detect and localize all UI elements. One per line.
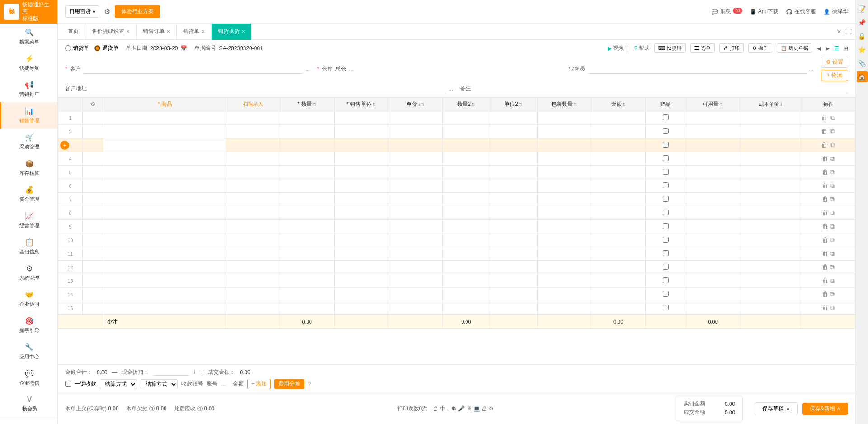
- close-tab-btn[interactable]: ✕: [836, 28, 842, 35]
- copy-row-btn[interactable]: ⧉: [829, 290, 835, 299]
- message-btn[interactable]: 💬 消息 70: [712, 8, 742, 15]
- right-panel-icon-6[interactable]: 🏠: [857, 71, 868, 82]
- video-help-btn[interactable]: ▶ 视频: [608, 44, 624, 52]
- copy-row-btn[interactable]: ⧉: [829, 208, 835, 218]
- sidebar-item-basic-info[interactable]: 📋 基础信息: [0, 233, 57, 260]
- print-btn[interactable]: 🖨 打印: [719, 43, 744, 53]
- copy-row-1-btn[interactable]: ⧉: [830, 113, 836, 123]
- industry-select[interactable]: 日用百货 ▾: [65, 5, 99, 18]
- tab-close-price[interactable]: ✕: [126, 29, 130, 34]
- product-input-3[interactable]: [106, 142, 224, 148]
- fee-split-btn[interactable]: 费用分摊: [274, 379, 304, 389]
- copy-row-btn[interactable]: ⧉: [829, 303, 835, 313]
- product-input-1[interactable]: [106, 115, 224, 121]
- save-draft-btn[interactable]: 保存草稿 ∧: [755, 402, 797, 415]
- save-new-btn[interactable]: 保存&新增 ∧: [802, 403, 848, 415]
- sidebar-item-system[interactable]: ⚙ 系统管理: [0, 260, 57, 286]
- delete-row-btn[interactable]: 🗑: [821, 181, 829, 190]
- radio-return-bill[interactable]: 退货单: [94, 44, 118, 52]
- tab-sales-order[interactable]: 销售订单 ✕: [137, 24, 177, 40]
- address-select-btn[interactable]: ...: [448, 86, 453, 92]
- delete-row-btn[interactable]: 🗑: [821, 290, 829, 299]
- delete-row-2-btn[interactable]: 🗑: [820, 127, 828, 136]
- col-header-scan[interactable]: 扫码录入: [226, 98, 280, 111]
- copy-row-btn[interactable]: ⧉: [829, 154, 835, 163]
- customer-input[interactable]: [84, 64, 303, 74]
- sidebar-item-sales[interactable]: 📊 销售管理: [0, 102, 57, 129]
- settings-bottom-btn[interactable]: ⚙: [25, 422, 33, 424]
- add-row-btn[interactable]: +: [60, 141, 69, 150]
- copy-row-3-btn[interactable]: ⧉: [830, 140, 836, 150]
- sidebar-item-quicknav[interactable]: ⚡ 快捷导航: [0, 50, 57, 76]
- warehouse-select-btn[interactable]: ...: [349, 66, 354, 72]
- copy-row-btn[interactable]: ⧉: [829, 181, 835, 191]
- calendar-icon[interactable]: 📅: [180, 45, 187, 52]
- sidebar-item-member[interactable]: V 畅会员: [0, 391, 57, 417]
- sidebar-item-wechat[interactable]: 💬 企业微信: [0, 365, 57, 391]
- app-download-btn[interactable]: 📱 App下载: [750, 8, 778, 15]
- sidebar-item-apps[interactable]: 🔧 应用中心: [0, 338, 57, 365]
- right-panel-icon-1[interactable]: 📝: [857, 4, 868, 14]
- tab-sales-bill[interactable]: 销货单 ✕: [177, 24, 212, 40]
- setup-btn[interactable]: ⚙ 设置: [821, 57, 848, 68]
- discount-input[interactable]: [153, 369, 189, 376]
- copy-row-2-btn[interactable]: ⧉: [830, 127, 836, 136]
- delete-row-btn[interactable]: 🗑: [821, 235, 829, 244]
- trial-btn[interactable]: 体验行业方案: [115, 5, 160, 18]
- salesperson-input[interactable]: [588, 64, 806, 74]
- delete-row-btn[interactable]: 🗑: [821, 154, 829, 163]
- delete-row-3-btn[interactable]: 🗑: [820, 140, 828, 149]
- fee-info-icon[interactable]: ?: [308, 381, 311, 386]
- right-panel-icon-4[interactable]: ⭐: [857, 44, 868, 55]
- delete-row-btn[interactable]: 🗑: [821, 262, 829, 272]
- copy-row-btn[interactable]: ⧉: [829, 167, 835, 177]
- calc-method-select[interactable]: 结算方式: [141, 379, 178, 389]
- payment-method-select[interactable]: 结算方式: [100, 379, 137, 389]
- delete-row-btn[interactable]: 🗑: [821, 249, 829, 258]
- copy-row-btn[interactable]: ⧉: [829, 235, 835, 245]
- tab-price-extract[interactable]: 售价提取设置 ✕: [85, 24, 137, 40]
- copy-row-btn[interactable]: ⧉: [829, 262, 835, 272]
- delete-row-btn[interactable]: 🗑: [821, 195, 829, 204]
- sidebar-item-finance[interactable]: 💰 资金管理: [0, 181, 57, 207]
- customer-select-btn[interactable]: ...: [305, 66, 310, 72]
- copy-row-btn[interactable]: ⧉: [829, 276, 835, 286]
- add-payment-btn[interactable]: + 添加: [247, 379, 271, 389]
- copy-row-btn[interactable]: ⧉: [829, 222, 835, 231]
- delete-row-1-btn[interactable]: 🗑: [820, 113, 828, 122]
- prev-record-btn[interactable]: ◀: [817, 45, 821, 52]
- list-view-btn[interactable]: ☰: [834, 45, 839, 52]
- radio-sales-bill[interactable]: 销货单: [65, 44, 89, 52]
- address-input[interactable]: [90, 84, 446, 93]
- delete-row-btn[interactable]: 🗑: [821, 276, 829, 285]
- copy-row-btn[interactable]: ⧉: [829, 249, 835, 258]
- tab-close-salesorder[interactable]: ✕: [166, 29, 170, 34]
- delete-row-btn[interactable]: 🗑: [821, 222, 829, 231]
- select-btn[interactable]: ☰ 选单: [690, 43, 715, 53]
- help-btn[interactable]: ? 帮助: [634, 44, 650, 52]
- next-record-btn[interactable]: ▶: [826, 45, 830, 52]
- sidebar-item-search[interactable]: 🔍 搜索菜单: [0, 24, 57, 50]
- sidebar-item-marketing[interactable]: 📢 营销推广: [0, 76, 57, 102]
- online-service-btn[interactable]: 🎧 在线客服: [786, 8, 816, 15]
- sidebar-item-inventory[interactable]: 📦 库存核算: [0, 155, 57, 181]
- grid-view-btn[interactable]: ⊞: [844, 45, 848, 52]
- discount-info-icon[interactable]: ℹ: [194, 370, 196, 375]
- operation-btn[interactable]: ⚙ 操作: [748, 43, 772, 53]
- salesperson-select-btn[interactable]: ...: [809, 66, 814, 72]
- tab-home[interactable]: 首页: [61, 24, 85, 40]
- copy-row-btn[interactable]: ⧉: [829, 195, 835, 204]
- tab-close-salesbill[interactable]: ✕: [201, 29, 205, 34]
- topbar-gear-icon[interactable]: ⚙: [104, 7, 110, 16]
- sidebar-item-guide[interactable]: 🎯 新手引导: [0, 312, 57, 338]
- right-panel-icon-2[interactable]: 📌: [857, 17, 868, 28]
- right-panel-icon-3[interactable]: 🔒: [857, 31, 868, 42]
- delete-row-btn[interactable]: 🗑: [821, 208, 829, 217]
- note-input[interactable]: [474, 84, 848, 93]
- tab-sales-return[interactable]: 销货退货 ✕: [212, 24, 252, 40]
- one-click-payment-checkbox[interactable]: [65, 381, 71, 387]
- sidebar-item-collab[interactable]: 🤝 企业协同: [0, 286, 57, 312]
- shortcut-key-btn[interactable]: ⌨ 快捷键: [654, 43, 686, 53]
- right-panel-icon-5[interactable]: 📎: [857, 58, 868, 69]
- delete-row-btn[interactable]: 🗑: [821, 167, 829, 176]
